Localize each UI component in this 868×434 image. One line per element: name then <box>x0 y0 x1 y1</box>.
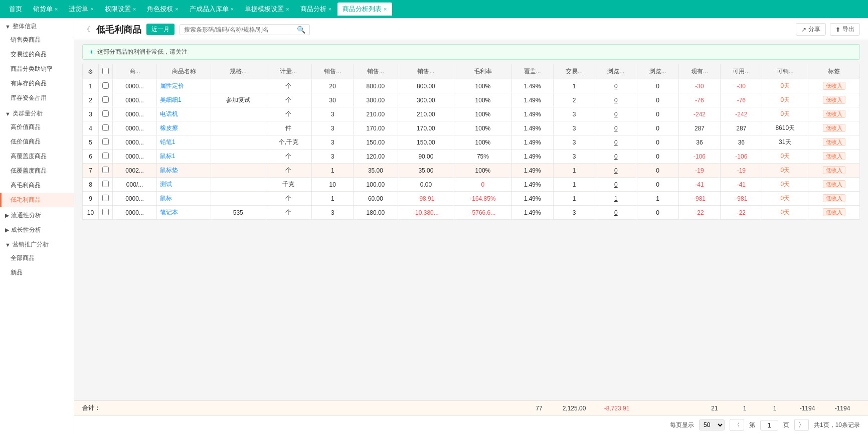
row-checkbox-cell[interactable] <box>99 93 113 107</box>
row-name[interactable]: 测试 <box>157 178 211 192</box>
row-view1[interactable]: 0 <box>595 178 637 192</box>
row-name[interactable]: 鼠标1 <box>157 150 211 164</box>
search-input[interactable] <box>184 26 297 33</box>
row-checkbox-cell[interactable] <box>99 164 113 178</box>
nav-sales[interactable]: 销货单× <box>28 3 63 16</box>
nav-close-product-analysis[interactable]: × <box>328 6 331 12</box>
row-checkbox-cell[interactable] <box>99 150 113 164</box>
row-view1[interactable]: 0 <box>595 79 637 93</box>
row-checkbox[interactable] <box>102 96 109 103</box>
row-name[interactable]: 吴细细1 <box>157 93 211 107</box>
sidebar-item-traded-products[interactable]: 交易过的商品 <box>0 47 74 62</box>
nav-close-sales[interactable]: × <box>55 6 58 12</box>
row-checkbox[interactable] <box>102 124 109 131</box>
row-checkbox-cell[interactable] <box>99 79 113 93</box>
nav-product-analysis-list[interactable]: 商品分析列表× <box>337 3 392 16</box>
row-checkbox[interactable] <box>102 82 109 89</box>
row-checkbox[interactable] <box>102 181 109 187</box>
col-stock[interactable]: 现有... <box>678 64 720 79</box>
row-view1[interactable]: 0 <box>595 135 637 150</box>
sidebar-item-low-value[interactable]: 低价值商品 <box>0 134 74 149</box>
col-unit[interactable]: 计量... <box>265 64 312 79</box>
nav-close-purchase[interactable]: × <box>90 6 93 12</box>
sidebar-item-new-products[interactable]: 新品 <box>0 265 74 280</box>
nav-product-in[interactable]: 产成品入库单× <box>185 3 239 16</box>
row-checkbox-cell[interactable] <box>99 178 113 192</box>
export-button[interactable]: ⬆ 导出 <box>830 23 860 36</box>
row-view1[interactable]: 0 <box>595 93 637 107</box>
sidebar-item-high-value[interactable]: 高价值商品 <box>0 120 74 134</box>
nav-close-template[interactable]: × <box>286 6 289 12</box>
row-view1[interactable]: 0 <box>595 150 637 164</box>
nav-template[interactable]: 单据模板设置× <box>240 3 294 16</box>
col-spec[interactable]: 规格... <box>211 64 265 79</box>
row-checkbox-cell[interactable] <box>99 121 113 135</box>
col-code[interactable]: 商... <box>113 64 157 79</box>
sidebar-item-capital[interactable]: 库存资金占用 <box>0 91 74 105</box>
nav-close-analysis-list[interactable]: × <box>384 6 387 12</box>
col-qty[interactable]: 销售... <box>312 64 354 79</box>
col-settings[interactable]: ⚙ <box>83 64 99 79</box>
row-checkbox[interactable] <box>102 209 109 215</box>
col-view1[interactable]: 浏览... <box>595 64 637 79</box>
share-button[interactable]: ↗ 分享 <box>796 23 826 36</box>
row-view1[interactable]: 1 <box>595 192 637 206</box>
page-number-input[interactable] <box>760 420 778 430</box>
filter-period-button[interactable]: 近一月 <box>146 24 175 35</box>
row-checkbox-cell[interactable] <box>99 206 113 220</box>
nav-purchase[interactable]: 进货单× <box>64 3 98 16</box>
row-checkbox-cell[interactable] <box>99 192 113 206</box>
col-avail[interactable]: 可用... <box>721 64 762 79</box>
row-name[interactable]: 鼠标 <box>157 192 211 206</box>
row-view1[interactable]: 0 <box>595 121 637 135</box>
sidebar-item-high-margin[interactable]: 高毛利商品 <box>0 178 74 193</box>
sidebar-section-overview[interactable]: ▼ 整体信息 <box>0 18 74 33</box>
search-icon[interactable]: 🔍 <box>297 26 305 34</box>
sidebar-item-high-coverage[interactable]: 高覆盖度商品 <box>0 149 74 164</box>
row-checkbox[interactable] <box>102 167 109 173</box>
sidebar-section-marketing[interactable]: ▼ 营销推广分析 <box>0 236 74 251</box>
col-view2[interactable]: 浏览... <box>637 64 678 79</box>
col-coverage[interactable]: 覆盖... <box>511 64 553 79</box>
nav-product-analysis[interactable]: 商品分析× <box>295 3 336 16</box>
sidebar-section-growth[interactable]: ▶ 成长性分析 <box>0 222 74 236</box>
row-view1[interactable]: 0 <box>595 107 637 121</box>
prev-page-button[interactable]: 〈 <box>730 419 744 431</box>
row-name[interactable]: 橡皮擦 <box>157 121 211 135</box>
sidebar-item-category-rate[interactable]: 商品分类助销率 <box>0 62 74 76</box>
row-checkbox[interactable] <box>102 195 109 201</box>
sidebar-item-low-margin[interactable]: 低毛利商品 <box>0 193 74 207</box>
row-name[interactable]: 电话机 <box>157 107 211 121</box>
col-price[interactable]: 销售... <box>354 64 398 79</box>
col-days[interactable]: 可销... <box>762 64 808 79</box>
row-checkbox[interactable] <box>102 153 109 159</box>
nav-close-product-in[interactable]: × <box>231 6 234 12</box>
select-all-checkbox[interactable] <box>102 68 109 74</box>
nav-home[interactable]: 首页 <box>4 3 27 16</box>
nav-permission[interactable]: 权限设置× <box>100 3 141 16</box>
row-view1[interactable]: 0 <box>595 206 637 220</box>
per-page-select[interactable]: 50 20 100 <box>699 419 725 430</box>
sidebar-item-all-products[interactable]: 全部商品 <box>0 251 74 265</box>
next-page-button[interactable]: 〉 <box>794 419 809 431</box>
sidebar-item-sales-products[interactable]: 销售类商品 <box>0 33 74 47</box>
row-checkbox-cell[interactable] <box>99 107 113 121</box>
sidebar-item-low-coverage[interactable]: 低覆盖度商品 <box>0 164 74 178</box>
col-checkbox[interactable] <box>99 64 113 79</box>
nav-close-role[interactable]: × <box>175 6 178 12</box>
row-name[interactable]: 鼠标垫 <box>157 164 211 178</box>
row-checkbox[interactable] <box>102 138 109 145</box>
sidebar-item-in-stock[interactable]: 有库存的商品 <box>0 76 74 91</box>
row-name[interactable]: 笔记本 <box>157 206 211 220</box>
col-sales-val[interactable]: 销售... <box>398 64 454 79</box>
row-checkbox-cell[interactable] <box>99 135 113 150</box>
col-name[interactable]: 商品名称 <box>157 64 211 79</box>
sidebar-section-flow[interactable]: ▶ 流通性分析 <box>0 207 74 222</box>
col-gross[interactable]: 毛利率 <box>454 64 511 79</box>
col-trade[interactable]: 交易... <box>553 64 595 79</box>
col-tag[interactable]: 标签 <box>808 64 860 79</box>
row-name[interactable]: 属性定价 <box>157 79 211 93</box>
sidebar-section-cluster[interactable]: ▼ 类群量分析 <box>0 105 74 120</box>
nav-role[interactable]: 角色授权× <box>142 3 183 16</box>
search-box[interactable]: 🔍 <box>180 24 310 35</box>
